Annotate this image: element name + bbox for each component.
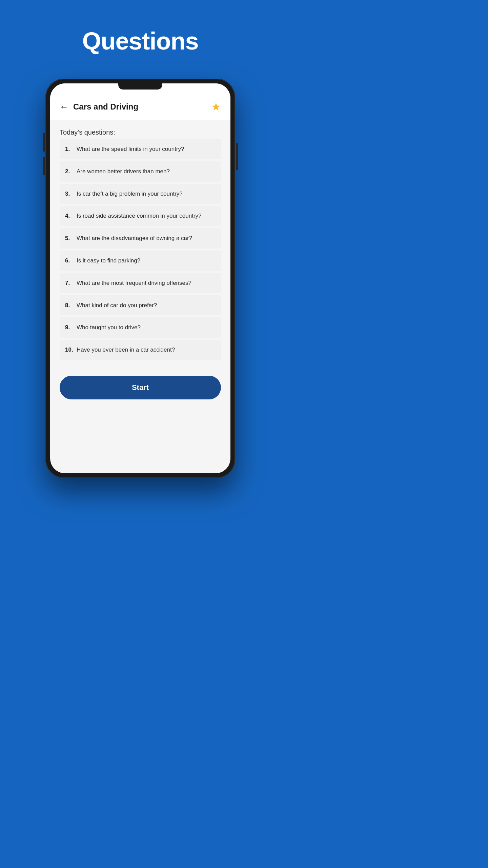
page-title-container: Questions	[0, 0, 281, 68]
question-number: 2.	[65, 167, 75, 176]
question-text: Is it easy to find parking?	[77, 257, 140, 265]
question-item[interactable]: 9.Who taught you to drive?	[60, 317, 221, 338]
start-button[interactable]: Start	[60, 376, 221, 399]
question-item[interactable]: 2.Are women better drivers than men?	[60, 161, 221, 182]
phone-screen: ← Cars and Driving ★ Today's questions: …	[50, 83, 230, 473]
question-text: What are the most frequent driving offen…	[77, 279, 191, 287]
question-number: 9.	[65, 323, 75, 332]
question-number: 6.	[65, 257, 75, 265]
questions-list: 1.What are the speed limits in your coun…	[60, 139, 221, 360]
question-number: 7.	[65, 279, 75, 287]
question-text: What are the speed limits in your countr…	[77, 145, 184, 153]
vol-down-button	[43, 157, 45, 175]
question-text: Who taught you to drive?	[77, 323, 141, 332]
question-item[interactable]: 8.What kind of car do you prefer?	[60, 295, 221, 316]
question-number: 8.	[65, 301, 75, 310]
question-item[interactable]: 3.Is car theft a big problem in your cou…	[60, 184, 221, 204]
question-text: What kind of car do you prefer?	[77, 301, 157, 310]
question-item[interactable]: 4.Is road side assistance common in your…	[60, 206, 221, 226]
phone-wrapper: ← Cars and Driving ★ Today's questions: …	[45, 79, 235, 478]
back-button[interactable]: ←	[60, 102, 68, 111]
phone-notch	[118, 83, 162, 90]
content-area: Today's questions: 1.What are the speed …	[50, 120, 230, 369]
question-number: 10.	[65, 346, 75, 354]
star-icon[interactable]: ★	[211, 100, 221, 113]
question-text: Is road side assistance common in your c…	[77, 212, 202, 220]
start-button-container: Start	[50, 369, 230, 410]
question-item[interactable]: 5.What are the disadvantages of owning a…	[60, 228, 221, 249]
question-number: 4.	[65, 212, 75, 220]
question-item[interactable]: 1.What are the speed limits in your coun…	[60, 139, 221, 159]
question-text: Have you ever been in a car accident?	[77, 346, 175, 354]
question-item[interactable]: 10.Have you ever been in a car accident?	[60, 340, 221, 360]
section-label: Today's questions:	[60, 129, 221, 136]
power-button	[236, 143, 238, 170]
question-item[interactable]: 7.What are the most frequent driving off…	[60, 273, 221, 293]
question-number: 1.	[65, 145, 75, 153]
question-item[interactable]: 6.Is it easy to find parking?	[60, 251, 221, 271]
phone-frame: ← Cars and Driving ★ Today's questions: …	[45, 79, 235, 478]
question-text: Is car theft a big problem in your count…	[77, 190, 183, 198]
vol-up-button	[43, 133, 45, 152]
question-text: Are women better drivers than men?	[77, 167, 170, 176]
header-title: Cars and Driving	[73, 102, 138, 112]
question-text: What are the disadvantages of owning a c…	[77, 234, 192, 242]
page-title: Questions	[14, 27, 267, 55]
question-number: 5.	[65, 234, 75, 242]
question-number: 3.	[65, 190, 75, 198]
